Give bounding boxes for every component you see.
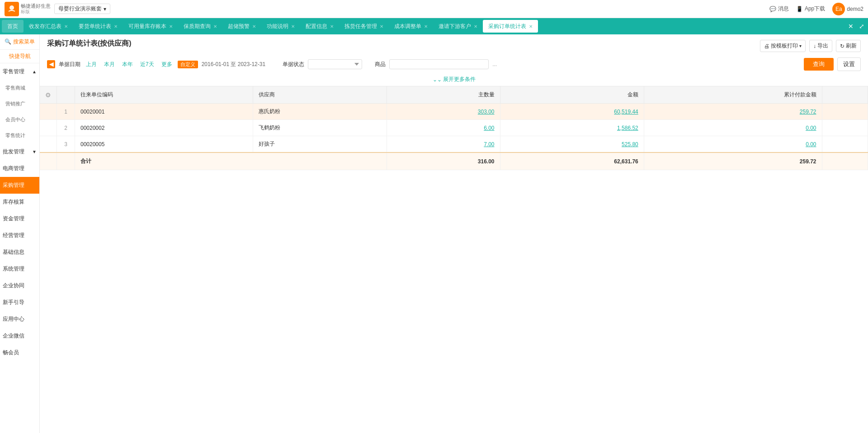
table-row[interactable]: 1 00020001 惠氏奶粉 303.00 60,519.44 259.72: [40, 104, 868, 120]
export-label: 导出: [817, 42, 828, 50]
chevron-down-icon: ⌄⌄: [433, 76, 442, 83]
td-paid-3[interactable]: 0.00: [644, 136, 822, 153]
date-quick-more[interactable]: 更多: [160, 60, 174, 69]
logo-text: 畅捷通好生意 标版: [21, 3, 51, 14]
th-qty: 主数量: [387, 86, 500, 104]
query-button[interactable]: 查询: [804, 58, 834, 71]
table-row[interactable]: 2 00020002 飞鹤奶粉 6.00 1,586.52 0.00: [40, 120, 868, 136]
sidebar-item-wechat[interactable]: 企业微信: [0, 328, 39, 344]
table-row[interactable]: 3 00020005 好孩子 7.00 525.80 0.00: [40, 136, 868, 153]
close-icon[interactable]: ✕: [169, 24, 173, 29]
sidebar-item-vip[interactable]: 畅会员: [0, 344, 39, 361]
tab-purchase-stats[interactable]: 采购订单统计表 ✕: [483, 20, 538, 33]
close-icon[interactable]: ✕: [380, 24, 383, 29]
close-icon[interactable]: ✕: [291, 24, 295, 29]
data-table: ⚙ 往来单位编码 供应商 主数量 金额 累计付款金额: [40, 86, 868, 170]
settings-button[interactable]: 设置: [837, 57, 861, 71]
message-action[interactable]: 💬 消息: [769, 5, 789, 13]
tab-help[interactable]: 功能说明 ✕: [261, 20, 300, 33]
sidebar-operations-label: 经营管理: [3, 232, 24, 239]
th-code: 往来单位编码: [75, 86, 253, 104]
sidebar-item-system[interactable]: 系统管理: [0, 261, 39, 277]
tab-expiry[interactable]: 保质期查询 ✕: [178, 20, 222, 33]
sidebar-item-inventory-check[interactable]: 库存核算: [0, 194, 39, 210]
sidebar-item-basic-info[interactable]: 基础信息: [0, 244, 39, 261]
tab-collect[interactable]: 收发存汇总表 ✕: [24, 20, 73, 33]
td-settings-3: [40, 136, 57, 153]
sidebar-quick-nav[interactable]: 快捷导航: [0, 50, 39, 63]
sidebar-item-guide[interactable]: 新手引导: [0, 294, 39, 311]
close-icon[interactable]: ✕: [330, 24, 334, 29]
sidebar-inventory-check-label: 库存核算: [3, 198, 24, 206]
goods-input[interactable]: [389, 59, 489, 69]
date-filter-label: 单据日期: [59, 61, 80, 68]
download-icon: 📱: [796, 6, 803, 12]
tab-order-stats[interactable]: 要货单统计表 ✕: [73, 20, 123, 33]
app-download-action[interactable]: 📱 App下载: [796, 5, 825, 13]
refresh-button[interactable]: ↻ 刷新: [836, 40, 861, 52]
table-container: ⚙ 往来单位编码 供应商 主数量 金额 累计付款金额: [40, 86, 868, 433]
td-qty-2[interactable]: 6.00: [387, 120, 500, 136]
sidebar-item-member[interactable]: 会员中心: [0, 112, 39, 128]
sidebar-item-retail-mall[interactable]: 零售商城: [0, 80, 39, 96]
close-icon[interactable]: ✕: [474, 24, 477, 29]
sidebar-item-collab[interactable]: 企业协同: [0, 277, 39, 294]
expand-filters-btn[interactable]: ⌄⌄ 展开更多条件: [433, 76, 476, 83]
more-filters-btn[interactable]: ...: [492, 61, 497, 67]
tab-overstock[interactable]: 超储预警 ✕: [222, 20, 261, 33]
header-actions: 🖨 按模板打印 ▾ ↓ 导出 ↻ 刷新: [760, 40, 861, 52]
nav-maximize-icon[interactable]: ⤢: [857, 22, 866, 31]
td-qty-1[interactable]: 303.00: [387, 104, 500, 120]
purchase-stats-tab-label: 采购订单统计表: [488, 23, 526, 30]
tab-cost[interactable]: 成本调整单 ✕: [389, 20, 433, 33]
sidebar-search[interactable]: 🔍 搜索菜单: [0, 34, 39, 50]
close-icon[interactable]: ✕: [213, 24, 217, 29]
workspace-name: 母婴行业演示账套: [58, 5, 102, 13]
app-download-label: App下载: [805, 5, 825, 13]
close-icon[interactable]: ✕: [424, 24, 428, 29]
tab-home[interactable]: 首页: [2, 20, 24, 33]
td-amount-3[interactable]: 525.80: [500, 136, 644, 153]
tab-config[interactable]: 配置信息 ✕: [300, 20, 339, 33]
sidebar-item-ecommerce[interactable]: 电商管理: [0, 160, 39, 177]
sidebar-app-center-label: 应用中心: [3, 315, 24, 323]
date-quick-this-month[interactable]: 本月: [102, 60, 117, 69]
custom-date-badge[interactable]: 自定义: [178, 61, 198, 68]
tab-tasks[interactable]: 拣货任务管理 ✕: [339, 20, 389, 33]
column-settings-icon[interactable]: ⚙: [45, 91, 51, 99]
user-action[interactable]: Ea demo2: [832, 3, 863, 15]
close-icon[interactable]: ✕: [529, 24, 533, 29]
sidebar-system-label: 系统管理: [3, 265, 24, 273]
date-quick-last-month[interactable]: 上月: [84, 60, 99, 69]
sidebar-item-wholesale[interactable]: 批发管理 ▼: [0, 143, 39, 160]
collapse-filter-icon[interactable]: ◀: [47, 60, 55, 68]
date-quick-7days[interactable]: 近7天: [138, 60, 156, 69]
td-qty-3[interactable]: 7.00: [387, 136, 500, 153]
close-icon[interactable]: ✕: [64, 24, 68, 29]
td-amount-2[interactable]: 1,586.52: [500, 120, 644, 136]
sidebar-item-marketing[interactable]: 营销推广: [0, 96, 39, 112]
sidebar-item-retail-stats[interactable]: 零售统计: [0, 128, 39, 143]
order-stats-tab-label: 要货单统计表: [79, 23, 111, 30]
sidebar-item-retail[interactable]: 零售管理 ▲: [0, 63, 39, 80]
close-icon[interactable]: ✕: [252, 24, 256, 29]
date-quick-this-year[interactable]: 本年: [120, 60, 135, 69]
sidebar-item-finance[interactable]: 资金管理: [0, 210, 39, 227]
search-icon: 🔍: [5, 38, 11, 45]
td-amount-1[interactable]: 60,519.44: [500, 104, 644, 120]
close-icon[interactable]: ✕: [114, 24, 118, 29]
print-button[interactable]: 🖨 按模板打印 ▾: [760, 40, 806, 52]
td-paid-1[interactable]: 259.72: [644, 104, 822, 120]
sidebar-item-purchase[interactable]: 采购管理: [0, 177, 39, 194]
tab-invite[interactable]: 邀请下游客户 ✕: [433, 20, 483, 33]
sidebar-item-app-center[interactable]: 应用中心: [0, 311, 39, 328]
tab-inventory[interactable]: 可用量库存账本 ✕: [123, 20, 178, 33]
table-footer-row: 合计 316.00 62,631.76 259.72: [40, 152, 868, 170]
export-button[interactable]: ↓ 导出: [809, 40, 832, 52]
status-select[interactable]: [308, 59, 362, 69]
nav-close-icon[interactable]: ✕: [846, 22, 855, 31]
td-paid-2[interactable]: 0.00: [644, 120, 822, 136]
sidebar-item-operations[interactable]: 经营管理: [0, 227, 39, 244]
td-footer-qty: 316.00: [387, 152, 500, 170]
workspace-selector[interactable]: 母婴行业演示账套 ▾: [54, 4, 110, 14]
